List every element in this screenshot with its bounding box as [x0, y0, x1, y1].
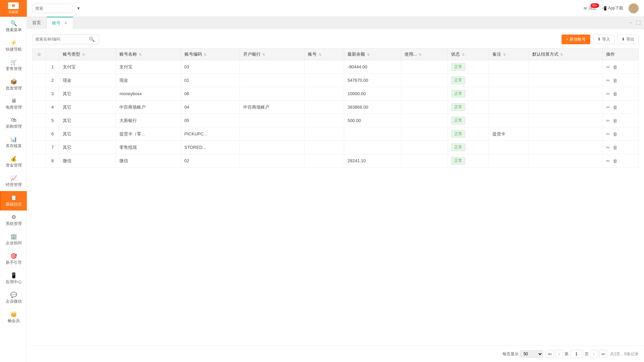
th-account-no[interactable]: 账号 ⇅ — [304, 49, 344, 60]
global-search-input[interactable] — [32, 4, 72, 13]
column-settings-icon[interactable]: ⚙ — [37, 52, 41, 57]
th-no — [46, 49, 59, 60]
sidebar-item-basic-info[interactable]: 📋 基础信息 — [0, 191, 27, 210]
table-row: 7 其它 零售抵现 STORED... 正常 ✏ 🗑 — [33, 141, 639, 154]
tab-home[interactable]: 首页 — [27, 17, 47, 29]
sidebar-item-label: 畅会员 — [3, 318, 25, 324]
edit-button[interactable]: ✏ — [606, 91, 610, 97]
sidebar-item-operations[interactable]: 📈 经营管理 — [0, 172, 27, 191]
app-download-button[interactable]: 📲 App下载 — [602, 5, 623, 11]
th-account-name[interactable]: 账号名称 ⇅ — [116, 49, 181, 60]
delete-button[interactable]: 🗑 — [613, 64, 618, 70]
th-status[interactable]: 状态 ⇅ — [448, 49, 489, 60]
add-account-button[interactable]: + 新增账号 — [561, 35, 590, 44]
top-header: ▼ ✉ 消息 99+ 📲 App下载 — [27, 0, 644, 17]
sort-icon: ⇅ — [462, 53, 465, 56]
tab-close-button[interactable]: ✕ — [64, 21, 67, 25]
sidebar-item-ecommerce[interactable]: 🖥 电商管理 — [0, 95, 27, 114]
user-avatar[interactable] — [629, 3, 639, 13]
chevron-down-icon: ▼ — [76, 6, 80, 11]
row-account-type: 其它 — [59, 141, 116, 154]
tab-maximize-button[interactable]: ⛶ — [636, 20, 641, 25]
delete-button[interactable]: 🗑 — [613, 118, 618, 123]
delete-button[interactable]: 🗑 — [613, 78, 618, 83]
system-icon: ⚙ — [3, 214, 25, 220]
delete-button[interactable]: 🗑 — [613, 158, 618, 164]
row-remark — [489, 141, 529, 154]
header-right: ✉ 消息 99+ 📲 App下载 — [584, 3, 639, 13]
page-input[interactable] — [570, 350, 583, 358]
th-default-settlement[interactable]: 默认结算方式 ⇅ — [529, 49, 602, 60]
edit-button[interactable]: ✏ — [606, 78, 610, 83]
row-account-name: 支付宝 — [116, 60, 181, 74]
row-bank — [239, 60, 304, 74]
sidebar-item-purchase[interactable]: 🛍 采购管理 — [0, 114, 27, 133]
row-status: 正常 — [448, 74, 489, 87]
pagination: 每页显示 50 100 200 ⏮ ‹ 第 页 › ⏭ 共1页，8条记录 — [27, 346, 644, 362]
status-badge: 正常 — [451, 76, 465, 84]
tab-account[interactable]: 账号 ✕ — [47, 17, 73, 29]
delete-button[interactable]: 🗑 — [613, 105, 618, 110]
per-page-select[interactable]: 50 100 200 — [520, 350, 543, 358]
sidebar-item-app-center[interactable]: 📱 应用中心 — [0, 269, 27, 288]
export-button[interactable]: ⬇ 导出 — [617, 35, 639, 44]
messages-button[interactable]: ✉ 消息 99+ — [584, 5, 596, 11]
tab-account-label: 账号 — [52, 20, 61, 26]
delete-button[interactable]: 🗑 — [613, 91, 618, 97]
row-settings-cell — [33, 87, 46, 101]
edit-button[interactable]: ✏ — [606, 105, 610, 110]
row-balance: 10000.00 — [344, 87, 401, 101]
sidebar-item-member[interactable]: 👑 畅会员 — [0, 308, 27, 327]
next-page-button[interactable]: › — [590, 350, 598, 358]
sidebar-item-corporate[interactable]: 🏢 企业协同 — [0, 230, 27, 249]
delete-button[interactable]: 🗑 — [613, 131, 618, 137]
edit-button[interactable]: ✏ — [606, 145, 610, 150]
sidebar-item-label: 系统管理 — [3, 221, 25, 227]
delete-button[interactable]: 🗑 — [613, 145, 618, 150]
first-page-button[interactable]: ⏮ — [546, 350, 554, 358]
th-remark-label: 备注 — [492, 52, 501, 57]
edit-button[interactable]: ✏ — [606, 158, 610, 164]
sidebar-item-wholesale[interactable]: 📦 批发管理 — [0, 75, 27, 95]
row-default-settlement — [529, 74, 602, 87]
sidebar-item-search-menu[interactable]: 🔍 搜索菜单 — [0, 17, 27, 36]
sidebar-item-guide[interactable]: 🎯 新手引导 — [0, 249, 27, 269]
th-account-type[interactable]: 账号类型 ⇅ — [59, 49, 116, 60]
search-input[interactable] — [35, 37, 89, 42]
row-actions: ✏ 🗑 — [602, 87, 638, 101]
th-bank[interactable]: 开户银行 ⇅ — [239, 49, 304, 60]
header-dropdown[interactable]: ▼ — [76, 6, 80, 11]
message-icon: ✉ — [584, 6, 587, 11]
row-actions: ✏ 🗑 — [602, 114, 638, 127]
row-account-code: 01 — [181, 74, 239, 87]
row-account-code: 03 — [181, 60, 239, 74]
sidebar-item-finance[interactable]: 💰 资金管理 — [0, 152, 27, 172]
edit-button[interactable]: ✏ — [606, 64, 610, 70]
edit-button[interactable]: ✏ — [606, 118, 610, 123]
sidebar-item-inventory[interactable]: 📊 库存核算 — [0, 133, 27, 152]
last-page-button[interactable]: ⏭ — [599, 350, 607, 358]
sort-icon: ⇅ — [367, 53, 370, 56]
th-usage-label: 使用... — [405, 52, 417, 57]
row-default-settlement — [529, 101, 602, 114]
th-account-code[interactable]: 账号编码 ⇅ — [181, 49, 239, 60]
th-default-settlement-label: 默认结算方式 — [532, 52, 558, 57]
row-status: 正常 — [448, 60, 489, 74]
th-usage[interactable]: 使用... ⇅ — [401, 49, 448, 60]
row-actions: ✏ 🗑 — [602, 127, 638, 141]
sidebar-item-system[interactable]: ⚙ 系统管理 — [0, 210, 27, 230]
edit-button[interactable]: ✏ — [606, 131, 610, 137]
tab-minimize-button[interactable]: － — [629, 20, 633, 26]
prev-page-button[interactable]: ‹ — [555, 350, 563, 358]
sidebar-item-quick-nav[interactable]: ⚡ 快捷导航 — [0, 36, 27, 56]
sidebar-item-label: 电商管理 — [3, 105, 25, 110]
th-settings[interactable]: ⚙ — [33, 49, 46, 60]
sidebar-item-retail[interactable]: 🛒 零售管理 — [0, 56, 27, 75]
import-button[interactable]: ⬆ 导入 — [593, 35, 614, 44]
search-icon[interactable]: 🔍 — [89, 37, 95, 42]
search-wrap: 🔍 — [32, 34, 99, 44]
sidebar-item-wechat-biz[interactable]: 💬 企业微信 — [0, 288, 27, 308]
th-balance[interactable]: 最新余额 ⇅ — [344, 49, 401, 60]
th-remark[interactable]: 备注 ⇅ — [489, 49, 529, 60]
wechat-biz-icon: 💬 — [3, 292, 25, 298]
